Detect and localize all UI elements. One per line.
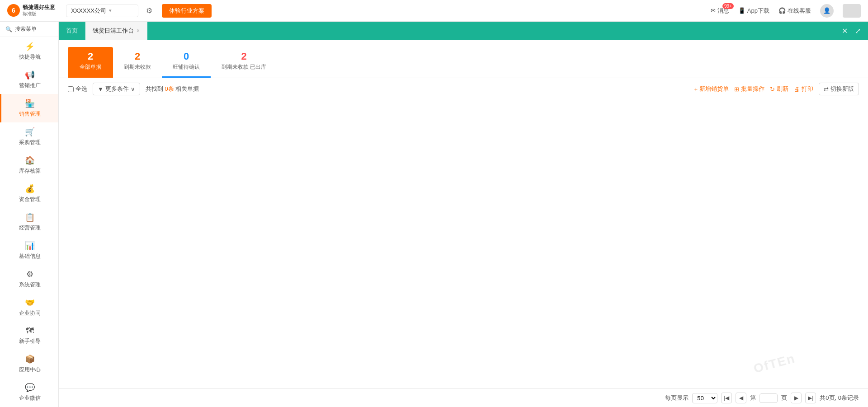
app-edition: 标准版: [23, 11, 55, 17]
toolbar-right: + 新增销货单 ⊞ 批量操作 ↻ 刷新 🖨 打印: [694, 83, 859, 95]
prev-page-btn[interactable]: ◀: [736, 393, 746, 403]
stats-tabs: 2 全部单据 2 到期未收款 0 旺辅待确认 2 到期未收款 已出库: [59, 40, 868, 78]
sidebar-item-sales[interactable]: 🏪 销售管理: [0, 94, 58, 122]
sidebar-item-base-info[interactable]: 📊 基础信息: [0, 236, 58, 265]
sidebar-item-guide[interactable]: 🗺 新手引导: [0, 322, 58, 350]
user-icon: 👤: [823, 7, 830, 14]
stat-number-overdue-out: 2: [222, 51, 266, 62]
per-page-label: 每页显示: [665, 394, 689, 402]
base-info-icon: 📊: [25, 241, 35, 251]
guide-icon: 🗺: [26, 326, 34, 336]
page-number-input[interactable]: 1: [760, 393, 778, 403]
first-page-btn[interactable]: |◀: [721, 393, 732, 403]
stat-label-overdue-out: 到期未收款 已出库: [222, 63, 266, 71]
stat-tab-overdue-out[interactable]: 2 到期未收款 已出库: [211, 47, 277, 78]
select-all-checkbox[interactable]: 全选: [68, 85, 87, 93]
sidebar-item-app-center[interactable]: 📦 应用中心: [0, 350, 58, 378]
sidebar-label-quick-nav: 快捷导航: [19, 53, 41, 61]
purchase-icon: 🛒: [25, 127, 35, 137]
more-filters-button[interactable]: ▼ 更多条件 ∨: [93, 83, 140, 95]
search-menu-item[interactable]: 🔍 搜索菜单: [0, 22, 58, 37]
sidebar-item-operations[interactable]: 📋 经营管理: [0, 208, 58, 236]
print-icon: 🖨: [794, 86, 800, 93]
top-bar: 6 畅捷通好生意 标准版 XXXXXX公司 ▾ ⚙ 体验行业方案 ✉ 消息 99…: [0, 0, 868, 22]
sidebar-item-purchase[interactable]: 🛒 采购管理: [0, 122, 58, 151]
sidebar-item-wechat[interactable]: 💬 企业微信: [0, 378, 58, 407]
stat-label-pending: 旺辅待确认: [173, 63, 200, 71]
sidebar: 🔍 搜索菜单 ⚡ 快捷导航 📢 营销推广 🏪 销售管理 🛒 采购管理 🏠 库存核…: [0, 22, 59, 407]
company-selector[interactable]: XXXXXX公司 ▾: [66, 5, 138, 17]
sidebar-item-finance[interactable]: 💰 资金管理: [0, 179, 58, 208]
service-icon: 🎧: [778, 7, 786, 14]
tab-close-icon[interactable]: ×: [137, 28, 140, 34]
result-count: 0条: [165, 85, 174, 92]
search-icon: 🔍: [5, 26, 12, 33]
message-button[interactable]: ✉ 消息 99+: [711, 7, 729, 15]
settings-button[interactable]: ⚙: [142, 4, 156, 18]
per-page-select[interactable]: 50 100: [692, 393, 717, 403]
pagination-bar: 每页显示 50 100 |◀ ◀ 第 1 页 ▶ ▶| 共0页, 0条记录: [59, 388, 868, 407]
sidebar-label-purchase: 采购管理: [19, 139, 41, 146]
sidebar-item-system[interactable]: ⚙ 系统管理: [0, 265, 58, 293]
sidebar-label-wechat: 企业微信: [19, 394, 41, 402]
refresh-button[interactable]: ↻ 刷新: [770, 85, 788, 93]
avatar[interactable]: 👤: [820, 4, 834, 18]
last-page-btn[interactable]: ▶|: [805, 393, 816, 403]
plus-icon: +: [694, 86, 698, 93]
add-btn-label: 新增销货单: [699, 85, 729, 93]
sidebar-label-enterprise: 企业协同: [19, 309, 41, 317]
sidebar-item-inventory[interactable]: 🏠 库存核算: [0, 151, 58, 179]
batch-icon: ⊞: [734, 86, 739, 93]
sales-icon: 🏪: [25, 98, 35, 108]
flash-icon: ⚡: [25, 42, 35, 51]
message-icon: ✉: [711, 7, 716, 14]
main-content: 首页 钱货日清工作台 × ✕ ⤢ 2 全部单据 2 到期未收款: [59, 22, 868, 407]
tab-home[interactable]: 首页: [59, 22, 85, 40]
stat-tab-pending[interactable]: 0 旺辅待确认: [162, 47, 211, 78]
trial-button[interactable]: 体验行业方案: [162, 4, 212, 18]
system-icon: ⚙: [26, 269, 33, 279]
search-menu-label: 搜索菜单: [15, 25, 37, 33]
add-sales-order-button[interactable]: + 新增销货单: [694, 85, 729, 93]
app-name: 畅捷通好生意: [23, 4, 55, 10]
tab-close-window-btn[interactable]: ✕: [840, 25, 849, 37]
online-service-button[interactable]: 🎧 在线客服: [778, 7, 811, 15]
page-label: 第: [750, 394, 756, 402]
select-all-input[interactable]: [68, 86, 74, 92]
app-download-button[interactable]: 📱 App下载: [738, 7, 769, 15]
app-center-icon: 📦: [25, 354, 35, 364]
top-right-area: ✉ 消息 99+ 📱 App下载 🎧 在线客服 👤: [711, 4, 861, 18]
tab-workbench[interactable]: 钱货日清工作台 ×: [85, 22, 147, 40]
sidebar-label-marketing: 营销推广: [19, 82, 41, 89]
tab-expand-btn[interactable]: ⤢: [853, 25, 863, 37]
toolbar: 全选 ▼ 更多条件 ∨ 共找到 0条 相关单据 + 新增销货单: [59, 78, 868, 100]
stat-tab-overdue[interactable]: 2 到期未收款: [113, 47, 162, 78]
page-content: 2 全部单据 2 到期未收款 0 旺辅待确认 2 到期未收款 已出库: [59, 40, 868, 407]
sidebar-item-enterprise[interactable]: 🤝 企业协同: [0, 293, 58, 322]
chevron-icon: ∨: [131, 86, 135, 93]
select-all-label: 全选: [75, 85, 87, 93]
sidebar-item-marketing[interactable]: 📢 营销推广: [0, 65, 58, 94]
table-area: [59, 100, 868, 388]
switch-version-button[interactable]: ⇄ 切换新版: [819, 83, 859, 95]
gear-icon: ⚙: [146, 6, 152, 15]
sidebar-item-quick-nav[interactable]: ⚡ 快捷导航: [0, 37, 58, 65]
sidebar-label-operations: 经营管理: [19, 224, 41, 232]
company-name: XXXXXX公司: [71, 7, 106, 15]
batch-operation-button[interactable]: ⊞ 批量操作: [734, 85, 764, 93]
sidebar-label-system: 系统管理: [19, 281, 41, 289]
sidebar-label-inventory: 库存核算: [19, 167, 41, 175]
total-info: 共0页, 0条记录: [820, 394, 859, 402]
message-badge: 99+: [722, 3, 734, 9]
print-button[interactable]: 🖨 打印: [794, 85, 813, 93]
finance-icon: 💰: [25, 184, 35, 194]
download-icon: 📱: [738, 7, 745, 14]
stat-tab-all[interactable]: 2 全部单据: [68, 47, 113, 78]
sidebar-label-base-info: 基础信息: [19, 253, 41, 260]
stat-number-all: 2: [79, 51, 102, 62]
user-menu[interactable]: [843, 4, 861, 18]
next-page-btn[interactable]: ▶: [791, 393, 802, 403]
operations-icon: 📋: [25, 212, 35, 222]
filter-icon: ▼: [98, 86, 104, 93]
stat-number-pending: 0: [173, 51, 200, 62]
